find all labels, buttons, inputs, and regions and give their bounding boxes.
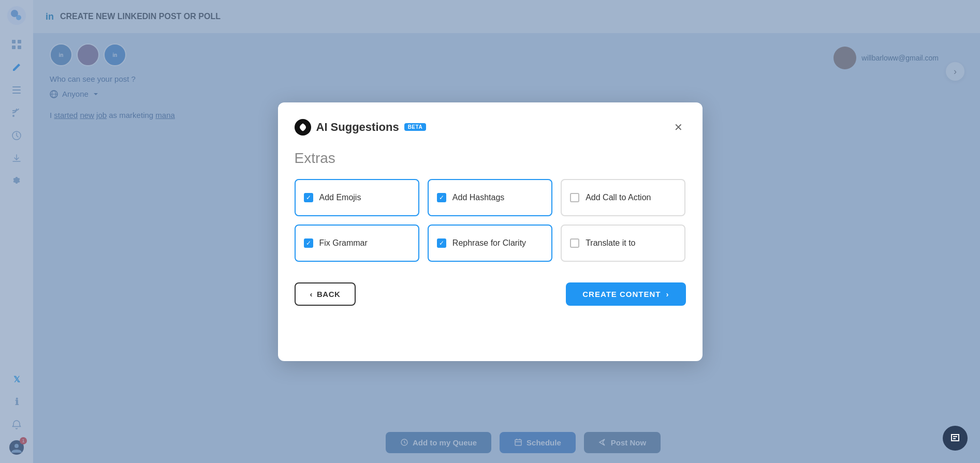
checkbox-translate-it-to[interactable] (570, 238, 579, 248)
option-label-add-cta: Add Call to Action (586, 193, 651, 202)
chat-bubble-button[interactable] (943, 426, 968, 451)
checkmark-add-hashtags: ✓ (439, 195, 444, 201)
modal-close-button[interactable]: ✕ (671, 120, 686, 135)
option-label-add-hashtags: Add Hashtags (452, 193, 505, 202)
extras-section-title: Extras (295, 150, 686, 167)
back-chevron-icon: ‹ (310, 290, 313, 298)
checkbox-add-emojis[interactable]: ✓ (304, 193, 313, 202)
checkmark-rephrase-clarity: ✓ (439, 240, 444, 246)
gpt-icon (295, 119, 311, 136)
modal-header: AI Suggestions BETA ✕ (295, 119, 686, 136)
create-button-label: CREATE CONTENT (582, 290, 661, 298)
option-add-emojis[interactable]: ✓ Add Emojis (295, 179, 419, 216)
option-add-cta[interactable]: Add Call to Action (561, 179, 685, 216)
checkmark-fix-grammar: ✓ (306, 240, 311, 246)
option-fix-grammar[interactable]: ✓ Fix Grammar (295, 225, 419, 262)
option-label-add-emojis: Add Emojis (319, 193, 361, 202)
option-label-fix-grammar: Fix Grammar (319, 238, 368, 248)
ai-suggestions-modal: AI Suggestions BETA ✕ Extras ✓ Add Emoji… (278, 102, 703, 361)
checkmark-add-emojis: ✓ (306, 195, 311, 201)
back-button-label: BACK (317, 290, 340, 298)
option-label-rephrase-clarity: Rephrase for Clarity (452, 238, 526, 248)
checkbox-fix-grammar[interactable]: ✓ (304, 238, 313, 248)
create-chevron-icon: › (666, 290, 669, 298)
option-add-hashtags[interactable]: ✓ Add Hashtags (428, 179, 552, 216)
option-rephrase-clarity[interactable]: ✓ Rephrase for Clarity (428, 225, 552, 262)
modal-title: AI Suggestions (316, 121, 399, 134)
modal-footer: ‹ BACK CREATE CONTENT › (295, 282, 686, 306)
option-label-translate-it-to: Translate it to (586, 238, 635, 248)
beta-badge: BETA (404, 123, 426, 131)
back-button[interactable]: ‹ BACK (295, 282, 356, 306)
option-translate-it-to[interactable]: Translate it to (561, 225, 685, 262)
modal-title-group: AI Suggestions BETA (295, 119, 427, 136)
checkbox-rephrase-clarity[interactable]: ✓ (437, 238, 446, 248)
checkbox-add-hashtags[interactable]: ✓ (437, 193, 446, 202)
checkbox-add-cta[interactable] (570, 193, 579, 202)
create-content-button[interactable]: CREATE CONTENT › (566, 282, 685, 306)
options-grid: ✓ Add Emojis ✓ Add Hashtags Add Call to … (295, 179, 686, 262)
